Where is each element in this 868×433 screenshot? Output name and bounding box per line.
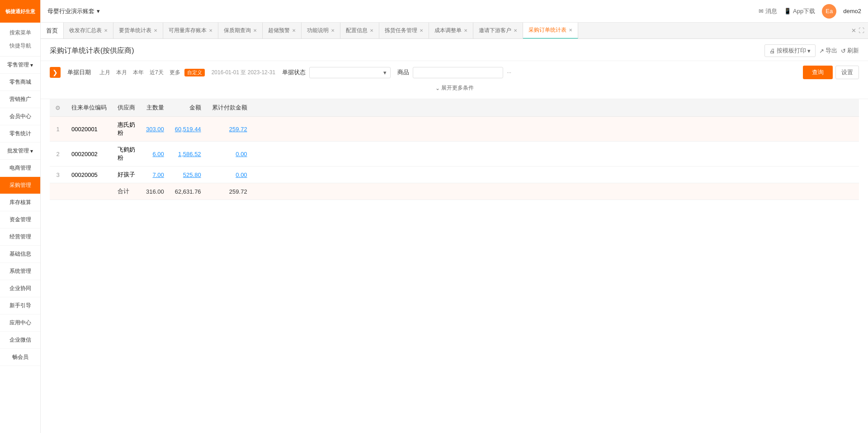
- sidebar-item-wechat[interactable]: 企业微信: [0, 332, 40, 349]
- filter-toggle-button[interactable]: ❯: [50, 67, 61, 78]
- app-download-action[interactable]: 📱 App下载: [784, 7, 815, 15]
- search-menu-item[interactable]: 搜索菜单: [2, 26, 38, 39]
- tab-home[interactable]: 首页: [41, 23, 64, 39]
- sidebar-item-wholesale[interactable]: 批发管理 ▾: [0, 143, 40, 160]
- print-button[interactable]: 🖨 按模板打印 ▾: [764, 44, 816, 57]
- sidebar-item-ecommerce[interactable]: 电商管理: [0, 160, 40, 177]
- footer-qty: 316.00: [141, 183, 170, 200]
- tab-function-desc[interactable]: 功能说明 ✕: [302, 23, 340, 39]
- sidebar-item-newbie[interactable]: 新手引导: [0, 297, 40, 314]
- maximize-icon[interactable]: ⛶: [859, 27, 864, 34]
- close-icon[interactable]: ✕: [104, 28, 108, 33]
- expand-label: 展开更多条件: [441, 84, 474, 92]
- sidebar-item-finance[interactable]: 资金管理: [0, 211, 40, 228]
- tab-overstock-warning[interactable]: 超储预警 ✕: [263, 23, 302, 39]
- sidebar-item-retail-mall[interactable]: 零售商城: [0, 74, 40, 91]
- row-qty[interactable]: 6.00: [141, 142, 170, 167]
- export-button[interactable]: ↗ 导出: [819, 47, 837, 55]
- close-icon[interactable]: ✕: [464, 28, 467, 33]
- row-paid[interactable]: 0.00: [207, 142, 253, 167]
- close-icon[interactable]: ✕: [154, 28, 157, 33]
- sidebar-item-label: 应用中心: [9, 319, 31, 326]
- top-header: 母婴行业演示账套 ▾ ✉ 消息 📱 App下载 Ea demo2: [41, 0, 868, 23]
- col-settings[interactable]: ⚙: [50, 99, 66, 117]
- sidebar-item-marketing[interactable]: 营销推广: [0, 91, 40, 108]
- query-button[interactable]: 查询: [803, 66, 833, 79]
- quick-nav-item[interactable]: 快捷导航: [2, 39, 38, 52]
- page-title: 采购订单统计表(按供应商): [50, 46, 134, 56]
- tab-invite-downstream[interactable]: 邀请下游客户 ✕: [473, 23, 523, 39]
- sidebar-item-retail-mgmt[interactable]: 零售管理 ▾: [0, 57, 40, 74]
- tab-label: 首页: [46, 27, 58, 35]
- row-supplier: 好孩子: [112, 167, 141, 183]
- tab-config-info[interactable]: 配置信息 ✕: [340, 23, 379, 39]
- sidebar-item-label: 零售商城: [9, 79, 31, 85]
- row-qty[interactable]: 303.00: [141, 117, 170, 142]
- tab-available-stock[interactable]: 可用量库存账本 ✕: [163, 23, 218, 39]
- main-area: 母婴行业演示账套 ▾ ✉ 消息 📱 App下载 Ea demo2 首页 收发存汇…: [41, 0, 868, 433]
- row-paid[interactable]: 259.72: [207, 117, 253, 142]
- row-amount[interactable]: 60,519.44: [170, 117, 207, 142]
- sidebar-item-purchase[interactable]: 采购管理: [0, 177, 40, 194]
- sidebar: 畅捷通好生意 搜索菜单 快捷导航 零售管理 ▾ 零售商城 营销推广 会员中心 零…: [0, 0, 41, 433]
- row-qty[interactable]: 7.00: [141, 167, 170, 183]
- col-paid-header: 累计付款金额: [207, 99, 253, 117]
- tab-order-stats[interactable]: 要货单统计表 ✕: [113, 23, 163, 39]
- page-actions: 🖨 按模板打印 ▾ ↗ 导出 ↺ 刷新: [764, 44, 859, 57]
- sidebar-item-collab[interactable]: 企业协同: [0, 280, 40, 297]
- row-paid[interactable]: 0.00: [207, 167, 253, 183]
- status-select[interactable]: ▾: [309, 67, 391, 78]
- sidebar-item-system[interactable]: 系统管理: [0, 263, 40, 280]
- sidebar-item-inventory[interactable]: 库存核算: [0, 194, 40, 211]
- settings-button[interactable]: 设置: [835, 66, 859, 79]
- table-row: 3 00020005 好孩子 7.00 525.80 0.00: [50, 167, 859, 183]
- close-icon[interactable]: ✕: [253, 28, 257, 33]
- shortcut-this-year[interactable]: 本年: [131, 68, 146, 77]
- query-actions: 查询 设置: [803, 66, 859, 79]
- close-icon[interactable]: ✕: [370, 28, 373, 33]
- close-icon[interactable]: ✕: [569, 28, 572, 33]
- sidebar-item-vip[interactable]: 畅会员: [0, 349, 40, 366]
- row-amount[interactable]: 1,586.52: [170, 142, 207, 167]
- goods-input[interactable]: [413, 67, 503, 78]
- refresh-button[interactable]: ↺ 刷新: [841, 47, 859, 55]
- logo-text: 畅捷通好生意: [5, 8, 35, 15]
- sidebar-item-basic-info[interactable]: 基础信息: [0, 246, 40, 263]
- expand-button[interactable]: ⌄ 展开更多条件: [50, 82, 859, 94]
- close-icon[interactable]: ✕: [331, 28, 335, 33]
- row-amount[interactable]: 525.80: [170, 167, 207, 183]
- close-icon[interactable]: ✕: [420, 28, 423, 33]
- sidebar-item-operations[interactable]: 经营管理: [0, 228, 40, 246]
- shortcut-last-month[interactable]: 上月: [98, 68, 112, 77]
- close-all-icon[interactable]: ✕: [851, 27, 856, 34]
- print-label: 按模板打印: [777, 47, 806, 55]
- sidebar-search-section: 搜索菜单 快捷导航: [0, 23, 40, 57]
- username: demo2: [843, 8, 861, 14]
- message-action[interactable]: ✉ 消息: [759, 7, 777, 15]
- refresh-icon: ↺: [841, 48, 846, 54]
- status-label: 单据状态: [282, 68, 306, 76]
- shortcut-this-month[interactable]: 本月: [114, 68, 129, 77]
- shortcut-more[interactable]: 更多: [168, 68, 182, 77]
- data-table: ⚙ 往来单位编码 供应商 主数量 金额 累计付款金额 1 00020001 惠氏…: [50, 99, 859, 200]
- tab-cost-adj[interactable]: 成本调整单 ✕: [429, 23, 473, 39]
- more-icon[interactable]: ···: [507, 69, 511, 76]
- close-icon[interactable]: ✕: [292, 28, 296, 33]
- close-icon[interactable]: ✕: [514, 28, 517, 33]
- close-icon[interactable]: ✕: [209, 28, 212, 33]
- download-icon: 📱: [784, 8, 791, 14]
- row-code: 00020005: [66, 167, 112, 183]
- shortcut-7days[interactable]: 近7天: [148, 68, 165, 77]
- tab-pick-task[interactable]: 拣货任务管理 ✕: [379, 23, 429, 39]
- sidebar-item-retail-stats[interactable]: 零售统计: [0, 125, 40, 143]
- sidebar-item-app-center[interactable]: 应用中心: [0, 314, 40, 332]
- row-index: 3: [50, 167, 66, 183]
- tab-purchase-order-stats[interactable]: 采购订单统计表 ✕: [523, 23, 578, 39]
- avatar[interactable]: Ea: [822, 4, 836, 19]
- table-footer-row: 合计 316.00 62,631.76 259.72: [50, 183, 859, 200]
- tab-stock-summary[interactable]: 收发存汇总表 ✕: [64, 23, 113, 39]
- workspace-selector[interactable]: 母婴行业演示账套 ▾: [47, 7, 100, 15]
- tab-expiry-query[interactable]: 保质期查询 ✕: [218, 23, 263, 39]
- row-extra: [253, 142, 859, 167]
- sidebar-item-member[interactable]: 会员中心: [0, 108, 40, 125]
